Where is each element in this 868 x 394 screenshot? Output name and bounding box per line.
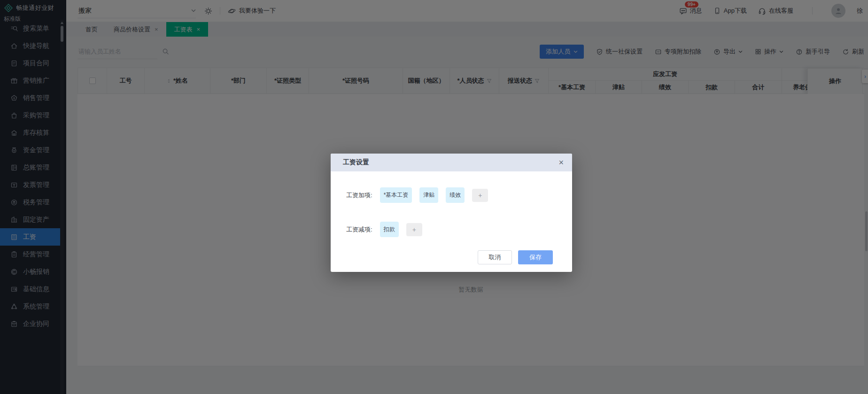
chip-allowance[interactable]: 津贴 — [419, 187, 438, 203]
salary-add-items-row: 工资加项: *基本工资 津贴 绩效 + — [346, 187, 572, 203]
close-icon[interactable]: × — [558, 158, 564, 167]
salary-add-label: 工资加项: — [346, 191, 372, 200]
save-button[interactable]: 保存 — [518, 250, 553, 264]
salary-minus-items-row: 工资减项: 扣款 + — [346, 222, 572, 237]
modal-header: 工资设置 × — [331, 154, 572, 171]
salary-settings-modal: 工资设置 × 工资加项: *基本工资 津贴 绩效 + 工资减项: 扣款 + 取消… — [331, 154, 572, 272]
salary-minus-label: 工资减项: — [346, 225, 372, 234]
modal-title: 工资设置 — [343, 158, 369, 167]
add-item-plus-button[interactable]: + — [472, 189, 488, 202]
app-screen: 畅捷通好业财 标准版 搜索菜单 快捷导航 项目合同 营销推广 — [0, 0, 868, 394]
chip-deduction[interactable]: 扣款 — [380, 222, 399, 237]
modal-footer: 取消 保存 — [478, 250, 553, 264]
chip-performance[interactable]: 绩效 — [446, 187, 465, 203]
cancel-button[interactable]: 取消 — [478, 250, 512, 264]
chip-base-salary[interactable]: *基本工资 — [380, 187, 412, 203]
minus-item-plus-button[interactable]: + — [406, 223, 422, 236]
